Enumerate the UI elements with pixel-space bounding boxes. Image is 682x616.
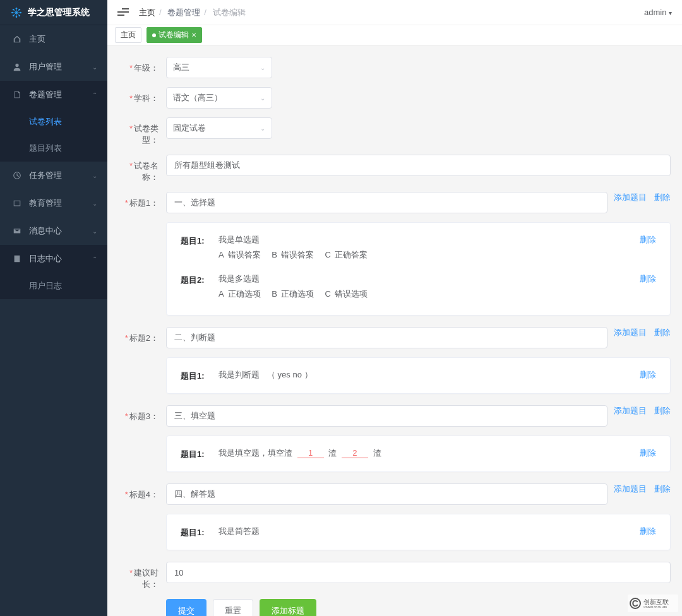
question-row: 题目1: 我是单选题 A错误答案 B错误答案 C正确答案 删除 xyxy=(181,234,656,264)
question-delete-link[interactable]: 删除 xyxy=(640,447,656,459)
q-label: 题目1: xyxy=(181,369,218,382)
chevron-down-icon: ⌄ xyxy=(92,172,97,179)
breadcrumb-item: 试卷编辑 xyxy=(213,8,246,17)
chevron-down-icon: ⌄ xyxy=(92,64,97,71)
watermark-logo-icon: C xyxy=(630,598,641,609)
question-delete-link[interactable]: 删除 xyxy=(640,273,656,285)
sidebar-item-papers[interactable]: 卷题管理 ⌃ xyxy=(0,81,107,109)
close-icon[interactable]: ✕ xyxy=(191,32,196,38)
chevron-up-icon: ⌃ xyxy=(92,256,97,263)
chevron-down-icon: ⌄ xyxy=(260,64,265,71)
question-row: 题目2: 我是多选题 A正确选项 B正确选项 C错误选项 删除 xyxy=(181,273,656,304)
q-text: 我是填空题，填空渣 1 渣 2 渣 xyxy=(218,447,640,459)
subject-select[interactable]: 语文（高三）⌄ xyxy=(166,87,272,109)
q-label: 题目1: xyxy=(181,234,218,247)
q-text: 我是多选题 A正确选项 B正确选项 C错误选项 xyxy=(218,273,640,304)
section4-delete-link[interactable]: 删除 xyxy=(654,483,671,495)
tab-home[interactable]: 主页 xyxy=(115,27,141,43)
sidebar-submenu-logs: 用户日志 xyxy=(0,273,107,299)
sidebar-item-label: 用户管理 xyxy=(29,61,62,73)
app-title: 学之思管理系统 xyxy=(28,7,90,18)
paper-type-select[interactable]: 固定试卷⌄ xyxy=(166,117,272,139)
chevron-up-icon: ⌃ xyxy=(92,92,97,98)
duration-input[interactable] xyxy=(166,562,671,583)
q-text: 我是简答题 xyxy=(218,526,640,537)
section3-box: 题目1: 我是填空题，填空渣 1 渣 2 渣 删除 xyxy=(166,435,671,472)
sidebar-toggle-button[interactable] xyxy=(117,8,129,17)
chevron-down-icon: ⌄ xyxy=(260,95,265,102)
section3-label: *标题3： xyxy=(119,405,166,422)
grade-select[interactable]: 高三⌄ xyxy=(166,57,272,78)
content-area: *年级： 高三⌄ *学科： 语文（高三）⌄ *试卷类型： 固定试卷⌄ *试卷名称… xyxy=(107,45,682,616)
user-menu[interactable]: admin ▾ xyxy=(644,8,672,17)
sidebar: 学之思管理系统 主页 用户管理 ⌄ 卷题管理 ⌃ 试卷列表 题目列表 任务管理 … xyxy=(0,0,107,616)
add-section-button[interactable]: 添加标题 xyxy=(260,599,316,616)
sidebar-item-education[interactable]: 教育管理 ⌄ xyxy=(0,189,107,217)
sidebar-subitem-question-list[interactable]: 题目列表 xyxy=(0,135,107,162)
sidebar-item-label: 日志中心 xyxy=(29,253,62,264)
sidebar-item-label: 教育管理 xyxy=(29,198,62,209)
section3-add-question-link[interactable]: 添加题目 xyxy=(614,405,647,417)
sidebar-item-tasks[interactable]: 任务管理 ⌄ xyxy=(0,162,107,189)
section4-add-question-link[interactable]: 添加题目 xyxy=(614,483,647,495)
user-icon xyxy=(13,62,21,71)
question-delete-link[interactable]: 删除 xyxy=(640,369,656,381)
q-text: 我是单选题 A错误答案 B错误答案 C正确答案 xyxy=(218,234,640,264)
q-label: 题目1: xyxy=(181,447,218,460)
question-row: 题目1: 我是判断题（ yes no ） 删除 xyxy=(181,369,656,382)
topbar-left: 主页/ 卷题管理/ 试卷编辑 xyxy=(117,7,246,18)
q-text: 我是判断题（ yes no ） xyxy=(218,369,640,381)
section2-box: 题目1: 我是判断题（ yes no ） 删除 xyxy=(166,357,671,394)
section2-add-question-link[interactable]: 添加题目 xyxy=(614,327,647,338)
paper-name-label: *试卷名称： xyxy=(119,155,166,183)
star-hub-icon xyxy=(10,6,23,19)
sidebar-item-messages[interactable]: 消息中心 ⌄ xyxy=(0,217,107,245)
section3-delete-link[interactable]: 删除 xyxy=(654,405,671,417)
paper-name-input[interactable] xyxy=(166,155,671,176)
watermark: C 创新互联CHUANG XIN HU LIAN xyxy=(628,595,678,612)
section2-label: *标题2： xyxy=(119,327,166,344)
sidebar-item-users[interactable]: 用户管理 ⌄ xyxy=(0,53,107,81)
section2-title-input[interactable] xyxy=(166,327,607,348)
section2-delete-link[interactable]: 删除 xyxy=(654,327,671,338)
task-icon xyxy=(13,171,21,180)
topbar: 主页/ 卷题管理/ 试卷编辑 admin ▾ xyxy=(107,0,682,25)
section1-box: 题目1: 我是单选题 A错误答案 B错误答案 C正确答案 删除 题目2: 我是多… xyxy=(166,222,671,316)
submit-button[interactable]: 提交 xyxy=(166,599,206,616)
section1-delete-link[interactable]: 删除 xyxy=(654,192,671,203)
breadcrumb: 主页/ 卷题管理/ 试卷编辑 xyxy=(139,7,246,18)
bottom-buttons: 提交 重置 添加标题 xyxy=(166,599,671,616)
chevron-down-icon: ⌄ xyxy=(92,200,97,207)
log-icon xyxy=(13,254,21,263)
section3-title-input[interactable] xyxy=(166,405,607,427)
breadcrumb-item[interactable]: 主页 xyxy=(139,8,155,17)
sidebar-subitem-paper-list[interactable]: 试卷列表 xyxy=(0,109,107,135)
subject-label: *学科： xyxy=(119,87,166,104)
section4-box: 题目1: 我是简答题 删除 xyxy=(166,514,671,550)
sidebar-item-logs[interactable]: 日志中心 ⌃ xyxy=(0,245,107,273)
book-icon xyxy=(13,199,21,208)
sidebar-item-label: 卷题管理 xyxy=(29,89,62,100)
question-row: 题目1: 我是简答题 删除 xyxy=(181,526,656,538)
question-delete-link[interactable]: 删除 xyxy=(640,234,656,246)
sidebar-item-home[interactable]: 主页 xyxy=(0,25,107,53)
section4-title-input[interactable] xyxy=(166,483,607,505)
home-icon xyxy=(13,35,21,44)
tabs-bar: 主页 试卷编辑 ✕ xyxy=(107,25,682,45)
section4-label: *标题4： xyxy=(119,483,166,500)
q-label: 题目1: xyxy=(181,526,218,538)
section1-title-input[interactable] xyxy=(166,192,607,213)
sidebar-item-label: 消息中心 xyxy=(29,225,62,237)
sidebar-item-label: 任务管理 xyxy=(29,170,62,181)
sidebar-menu: 主页 用户管理 ⌄ 卷题管理 ⌃ 试卷列表 题目列表 任务管理 ⌄ 教育管理 ⌄ xyxy=(0,25,107,299)
breadcrumb-item[interactable]: 卷题管理 xyxy=(167,8,200,17)
paper-type-label: *试卷类型： xyxy=(119,117,166,146)
section1-add-question-link[interactable]: 添加题目 xyxy=(614,192,647,203)
reset-button[interactable]: 重置 xyxy=(213,599,253,616)
question-delete-link[interactable]: 删除 xyxy=(640,526,656,537)
paper-icon xyxy=(13,90,21,99)
sidebar-subitem-user-logs[interactable]: 用户日志 xyxy=(0,273,107,299)
tab-paper-edit[interactable]: 试卷编辑 ✕ xyxy=(147,27,202,43)
sidebar-submenu-papers: 试卷列表 题目列表 xyxy=(0,109,107,162)
app-logo-area: 学之思管理系统 xyxy=(0,0,107,25)
